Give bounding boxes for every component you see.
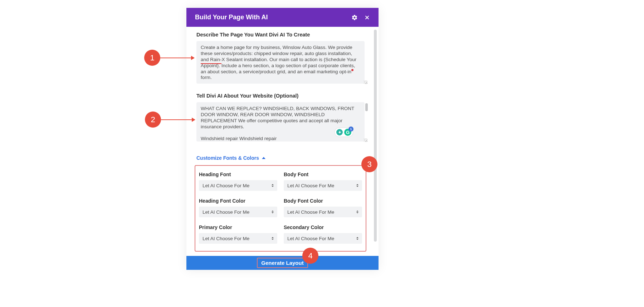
step-1-callout: 1 (144, 50, 194, 66)
customize-fonts-colors-toggle[interactable]: Customize Fonts & Colors (196, 155, 369, 161)
secondary-color-label: Secondary Color (284, 224, 362, 230)
body-font-label: Body Font (284, 172, 362, 177)
select-arrows-icon (272, 237, 274, 240)
generate-layout-button[interactable]: Generate Layout (257, 258, 308, 268)
modal-header: Build Your Page With AI (186, 8, 379, 27)
secondary-color-select[interactable] (284, 233, 362, 244)
describe-textarea-wrap (196, 41, 369, 85)
heading-font-label: Heading Font (199, 172, 277, 177)
ai-builder-modal: Build Your Page With AI Describe The Pag… (186, 8, 379, 270)
grammarly-tone-icon[interactable]: ✦ (336, 129, 343, 135)
describe-textarea[interactable] (196, 41, 365, 84)
spellcheck-underline (201, 63, 221, 64)
body-font-select[interactable] (284, 180, 362, 191)
scrollbar[interactable] (374, 30, 377, 242)
heading-font-select[interactable] (199, 180, 277, 191)
select-arrows-icon (356, 184, 359, 187)
modal-body: Describe The Page You Want Divi AI To Cr… (186, 27, 379, 256)
heading-font-select-wrap (199, 180, 277, 191)
step-2-callout: 2 (145, 112, 195, 128)
primary-color-label: Primary Color (199, 224, 277, 230)
heading-font-color-select-wrap (199, 207, 277, 217)
body-font-color-label: Body Font Color (284, 198, 362, 204)
step-1-badge: 1 (144, 50, 160, 66)
step-4-callout: 4 (302, 248, 318, 264)
select-arrows-icon (356, 211, 359, 213)
body-font-select-wrap (284, 180, 362, 191)
error-dot-icon (351, 69, 353, 71)
step-2-arrow (161, 119, 195, 120)
tell-textarea-wrap: ✦ G 1 (196, 102, 369, 143)
select-arrows-icon (272, 184, 274, 187)
heading-font-color-select[interactable] (199, 207, 277, 217)
tell-label: Tell Divi AI About Your Website (Optiona… (196, 93, 369, 99)
body-font-color-select-wrap (284, 207, 362, 217)
body-font-color-select[interactable] (284, 207, 362, 217)
describe-label: Describe The Page You Want Divi AI To Cr… (196, 32, 369, 38)
select-arrows-icon (272, 211, 274, 213)
header-actions (351, 14, 370, 21)
grammarly-icon[interactable]: G 1 (344, 129, 351, 136)
modal-footer: Generate Layout (186, 256, 379, 270)
step-3-badge: 3 (361, 156, 377, 172)
step-4-badge: 4 (302, 248, 318, 264)
grammarly-widget[interactable]: ✦ G 1 (335, 128, 353, 137)
primary-color-select[interactable] (199, 233, 277, 244)
textarea-scrollbar[interactable] (365, 103, 368, 111)
gear-icon[interactable] (351, 14, 358, 21)
arrow-head-icon (192, 118, 195, 122)
arrow-head-icon (191, 56, 195, 60)
close-icon[interactable] (364, 15, 370, 20)
step-3-callout: 3 (361, 156, 377, 172)
grammarly-count-badge: 1 (348, 127, 353, 132)
step-1-arrow (160, 58, 194, 58)
select-arrows-icon (356, 237, 359, 240)
chevron-up-icon (262, 157, 265, 159)
primary-color-select-wrap (199, 233, 277, 244)
textarea-resize-handle[interactable] (364, 80, 367, 84)
heading-font-color-label: Heading Font Color (199, 198, 277, 204)
secondary-color-select-wrap (284, 233, 362, 244)
customize-panel: Heading Font Body Font Heading Font Colo… (195, 165, 366, 252)
textarea-resize-handle[interactable] (364, 138, 367, 142)
customize-toggle-label: Customize Fonts & Colors (196, 155, 259, 161)
step-2-badge: 2 (145, 112, 161, 128)
modal-title: Build Your Page With AI (195, 14, 268, 21)
